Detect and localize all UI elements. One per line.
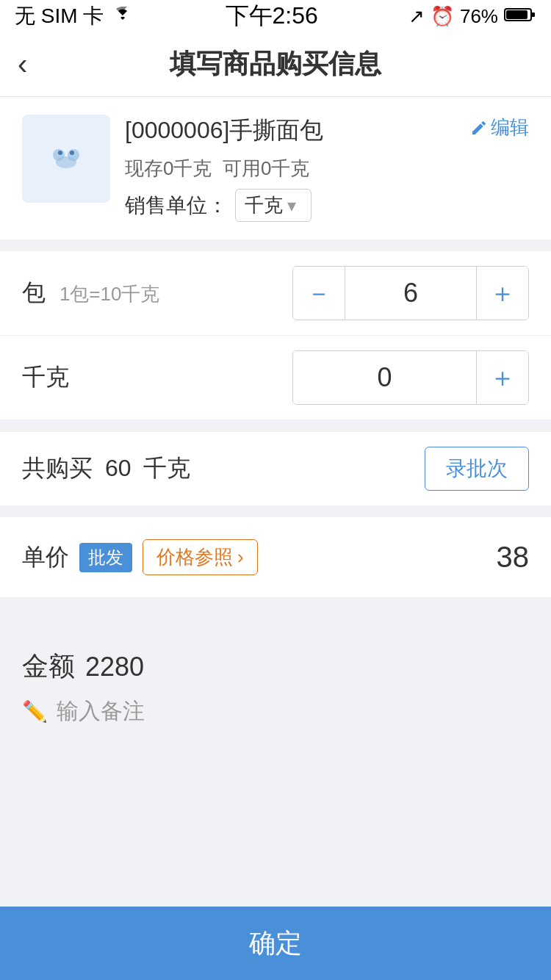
product-header: [0000006]手撕面包 编辑 <box>125 115 529 147</box>
total-row: 共购买 60 千克 录批次 <box>0 432 551 505</box>
kg-quantity-row: 千克 ＋ <box>0 336 551 420</box>
confirm-label: 确定 <box>249 926 302 962</box>
bag-minus-button[interactable]: － <box>293 267 345 320</box>
product-card: [0000006]手撕面包 编辑 现存0千克 可用0千克 销售单位： 千克 ▾ <box>0 97 551 239</box>
bag-hint: 1包=10千克 <box>60 283 160 305</box>
price-ref-arrow: › <box>237 546 244 569</box>
battery-text: 76% <box>460 5 498 28</box>
product-unit: 销售单位： 千克 ▾ <box>125 189 529 222</box>
svg-rect-1 <box>531 12 535 17</box>
divider-1 <box>0 420 551 432</box>
location-icon: ↗ <box>408 5 425 28</box>
note-label: 输入备注 <box>57 696 145 727</box>
page-title: 填写商品购买信息 <box>170 46 381 82</box>
price-ref-label: 价格参照 <box>156 544 233 570</box>
confirm-button[interactable]: 确定 <box>0 907 551 980</box>
price-value: 38 <box>497 541 530 574</box>
product-thumbnail <box>22 115 110 203</box>
wifi-icon <box>111 4 134 28</box>
sim-text: 无 SIM 卡 <box>15 2 104 30</box>
bag-qty-control: － ＋ <box>292 266 529 320</box>
bag-qty-input[interactable] <box>345 267 477 320</box>
divider-2 <box>0 505 551 517</box>
product-name: [0000006]手撕面包 <box>125 115 323 147</box>
price-ref-button[interactable]: 价格参照 › <box>143 539 258 575</box>
kg-label: 千克 <box>22 361 292 394</box>
price-tag: 批发 <box>79 543 132 572</box>
alarm-icon: ⏰ <box>431 5 454 28</box>
kg-qty-control: ＋ <box>292 350 529 405</box>
amount-row: 金额 2280 <box>22 631 529 696</box>
nav-bar: ‹ 填写商品购买信息 <box>0 32 551 97</box>
amount-value: 2280 <box>85 652 144 682</box>
kg-qty-input[interactable] <box>293 351 477 404</box>
amount-label: 金额 <box>22 649 75 685</box>
kg-plus-button[interactable]: ＋ <box>477 351 528 404</box>
status-bar: 无 SIM 卡 下午2:56 ↗ ⏰ 76% <box>0 0 551 32</box>
svg-point-7 <box>70 151 74 155</box>
note-row[interactable]: ✏️ 输入备注 <box>22 696 529 744</box>
bag-label: 包 <box>22 279 46 306</box>
product-info: [0000006]手撕面包 编辑 现存0千克 可用0千克 销售单位： 千克 ▾ <box>125 115 529 222</box>
price-row: 单价 批发 价格参照 › 38 <box>22 539 529 575</box>
edit-button[interactable]: 编辑 <box>470 115 529 140</box>
back-button[interactable]: ‹ <box>18 48 27 81</box>
bottom-spacer <box>0 744 551 832</box>
status-time: 下午2:56 <box>226 0 318 32</box>
unit-select[interactable]: 千克 ▾ <box>235 189 311 222</box>
status-left: 无 SIM 卡 <box>15 2 134 30</box>
total-label: 共购买 60 千克 <box>22 453 425 485</box>
total-unit: 千克 <box>143 455 190 481</box>
battery-icon <box>504 5 536 28</box>
edit-label: 编辑 <box>491 115 529 140</box>
product-stock: 现存0千克 可用0千克 <box>125 156 529 181</box>
pencil-icon: ✏️ <box>22 699 48 724</box>
price-label: 单价 <box>22 541 69 574</box>
amount-section: 金额 2280 ✏️ 输入备注 <box>0 609 551 744</box>
batch-button[interactable]: 录批次 <box>425 447 529 491</box>
svg-point-5 <box>56 156 76 168</box>
svg-point-6 <box>58 151 62 155</box>
bag-label-container: 包 1包=10千克 <box>22 277 292 309</box>
status-right: ↗ ⏰ 76% <box>408 5 536 28</box>
price-section: 单价 批发 价格参照 › 38 <box>0 517 551 597</box>
svg-rect-2 <box>506 10 527 19</box>
total-amount: 60 <box>105 455 132 481</box>
bag-plus-button[interactable]: ＋ <box>477 267 528 320</box>
divider-3 <box>0 597 551 609</box>
bag-quantity-row: 包 1包=10千克 － ＋ <box>0 251 551 336</box>
